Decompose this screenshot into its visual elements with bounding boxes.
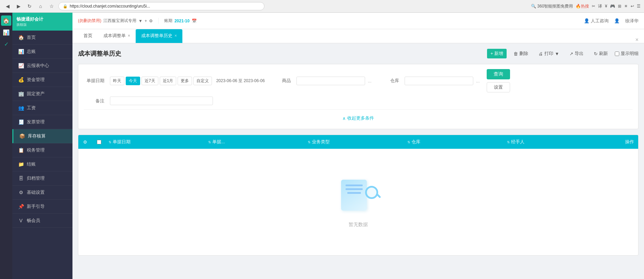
- address-bar[interactable]: 🔒 https://cloud.chanjet.com/accounting/u…: [58, 2, 264, 10]
- page-actions: + 新增 🗑 删除 🖨 打印 ▼ ↗ 导出 ↻: [487, 49, 639, 58]
- print-dropdown-icon[interactable]: ▼: [555, 51, 559, 56]
- table-checkbox-all[interactable]: [92, 140, 106, 144]
- sidebar-item-member[interactable]: V 畅会员: [12, 214, 72, 228]
- table-settings-icon[interactable]: ⚙: [78, 140, 92, 145]
- th-date-label: 单据日期: [113, 139, 131, 145]
- browser-tool-scissors[interactable]: ✂: [592, 4, 595, 9]
- date-btn-custom[interactable]: 自定义: [193, 77, 212, 85]
- date-btn-yesterday[interactable]: 昨天: [110, 77, 124, 85]
- doc-line-3: [347, 192, 361, 194]
- nav-logo-text: 畅捷通好会计: [16, 16, 43, 22]
- top-bar: (勿删勿禁用) 江西服宝测试专用 ▼ + ⚙ 账期 2021-10 📅 👤 人工…: [72, 13, 644, 29]
- collapse-button[interactable]: ∧ 收起更多条件: [340, 112, 377, 124]
- show-detail-checkbox[interactable]: [615, 52, 619, 56]
- browser-tool-grid[interactable]: ⊞: [618, 4, 621, 9]
- sidebar-item-inventory[interactable]: 📦 库存核算: [12, 129, 72, 143]
- add-company-btn[interactable]: +: [145, 19, 147, 23]
- goods-filter-label: 商品: [270, 78, 291, 84]
- browser-tool-translate[interactable]: 译: [598, 3, 602, 9]
- settings-button[interactable]: 设置: [487, 82, 510, 92]
- tab-cost-adjust[interactable]: 成本调整单 ×: [98, 29, 136, 43]
- th-handler-sort-icon: ⇅: [507, 140, 510, 144]
- table-container: ⚙ ⇅ 单据日期 ⇅ 单据... ⇅ 业务类型: [78, 135, 639, 256]
- period-info: 账期 2021-10 📅: [164, 18, 197, 24]
- tab-cost-adjust-history[interactable]: 成本调整单历史 ×: [136, 29, 182, 43]
- browser-tool-sun[interactable]: ☀: [624, 4, 628, 9]
- home-button[interactable]: ⌂: [36, 2, 45, 10]
- date-btn-1month[interactable]: 近1月: [160, 77, 177, 85]
- show-detail-checkbox-label[interactable]: 显示明细: [615, 51, 639, 57]
- sidebar-item-reports[interactable]: 📈 云报表中心: [12, 59, 72, 73]
- th-biz-type[interactable]: ⇅ 业务类型: [305, 139, 405, 145]
- sidebar-item-guide[interactable]: 📌 新手引导: [12, 200, 72, 214]
- filter-section: 单据日期 昨天 今天 近7天 近1月 更多 自定义 2023-06-06 至 2…: [78, 64, 639, 129]
- calendar-icon[interactable]: 📅: [192, 19, 197, 23]
- goods-filter-dots[interactable]: ...: [366, 78, 373, 83]
- icon-sidebar-item-3[interactable]: ✓: [1, 39, 11, 49]
- sidebar-item-archive[interactable]: 🗄 归档管理: [12, 171, 72, 186]
- nav-sidebar: 畅捷通好会计 旗舰版 🏠 首页 📊 总账 📈 云报表中心 💰 资金管理 🏢 固定…: [12, 13, 72, 279]
- period-label: 账期: [164, 18, 172, 24]
- browser-tool-hotsearch[interactable]: 🔥热搜: [576, 3, 589, 9]
- company-settings-icon[interactable]: ⚙: [149, 19, 153, 23]
- remark-filter-label: 备注: [84, 98, 104, 104]
- browser-tool-menu[interactable]: ☰: [637, 4, 641, 9]
- sidebar-item-fixed-assets[interactable]: 🏢 固定资产: [12, 87, 72, 101]
- bookmark-button[interactable]: ☆: [47, 2, 56, 10]
- browser-tool-game[interactable]: 🎮: [610, 4, 615, 9]
- delete-button[interactable]: 🗑 删除: [510, 49, 532, 58]
- doc-line-1: [346, 185, 363, 186]
- sidebar-item-tax[interactable]: 📋 税务管理: [12, 143, 72, 157]
- sidebar-item-settings[interactable]: ⚙ 基础设置: [12, 186, 72, 200]
- settings-icon: ⚙: [18, 190, 24, 195]
- query-button[interactable]: 查询: [487, 69, 510, 79]
- browser-tool-wallet[interactable]: ¥: [605, 4, 607, 9]
- th-warehouse[interactable]: ⇅ 仓库: [405, 139, 504, 145]
- close-all-tabs-btn[interactable]: ×: [635, 37, 639, 43]
- refresh-button[interactable]: ↻ 刷新: [590, 49, 611, 58]
- warehouse-filter-input[interactable]: [405, 77, 473, 85]
- sidebar-item-ledger[interactable]: 📊 总账: [12, 45, 72, 59]
- sidebar-item-invoice[interactable]: 🧾 发票管理: [12, 115, 72, 129]
- forward-button[interactable]: ▶: [14, 2, 23, 10]
- filter-date-row: 单据日期 昨天 今天 近7天 近1月 更多 自定义 2023-06-06 至 2…: [84, 69, 633, 92]
- print-button[interactable]: 🖨 打印 ▼: [535, 49, 563, 58]
- date-btn-7days[interactable]: 近7天: [142, 77, 158, 85]
- sidebar-item-payroll-label: 工资: [27, 105, 36, 111]
- icon-sidebar-item-active[interactable]: 🏠: [1, 15, 11, 26]
- date-btn-today[interactable]: 今天: [126, 77, 140, 85]
- th-warehouse-label: 仓库: [411, 139, 420, 145]
- tab-cost-adjust-history-close[interactable]: ×: [174, 33, 177, 38]
- browser-tool-undo[interactable]: ↩: [631, 4, 634, 9]
- date-btn-more[interactable]: 更多: [178, 77, 192, 85]
- company-dropdown-icon[interactable]: ▼: [138, 19, 143, 23]
- back-button[interactable]: ◀: [3, 2, 12, 10]
- nav-logo-sub: 旗舰版: [16, 22, 43, 27]
- th-date[interactable]: ⇅ 单据日期: [106, 139, 205, 145]
- sidebar-item-payroll[interactable]: 👥 工资: [12, 101, 72, 115]
- sidebar-item-home[interactable]: 🏠 首页: [12, 31, 72, 45]
- sidebar-item-closing[interactable]: 📁 结账: [12, 157, 72, 171]
- reload-button[interactable]: ↻: [25, 2, 34, 10]
- consult-btn[interactable]: 👤 人工咨询: [584, 18, 609, 24]
- ssl-lock-icon: 🔒: [63, 4, 68, 9]
- warehouse-filter-dots[interactable]: ...: [475, 78, 481, 83]
- home-icon: 🏠: [18, 35, 24, 40]
- empty-state: 暂无数据: [78, 149, 638, 255]
- tab-cost-adjust-close[interactable]: ×: [128, 33, 130, 38]
- member-icon: V: [18, 218, 24, 223]
- remark-filter-input[interactable]: [110, 97, 213, 105]
- export-button[interactable]: ↗ 导出: [566, 49, 587, 58]
- add-button[interactable]: + 新增: [487, 49, 507, 58]
- th-handler[interactable]: ⇅ 经手人: [504, 139, 604, 145]
- select-all-checkbox[interactable]: [97, 140, 101, 144]
- sidebar-item-funds[interactable]: 💰 资金管理: [12, 73, 72, 87]
- empty-text: 暂无数据: [349, 222, 368, 228]
- th-number[interactable]: ⇅ 单据...: [205, 139, 305, 145]
- icon-sidebar-item-2[interactable]: 📊: [1, 27, 11, 37]
- goods-filter-input[interactable]: [296, 77, 365, 85]
- sidebar-item-fixed-assets-label: 固定资产: [27, 91, 45, 97]
- settings-gear-icon: ⚙: [83, 140, 87, 145]
- tab-home[interactable]: 首页: [78, 29, 98, 43]
- browser-tool-search[interactable]: 🔍 360智能抠图免费用: [531, 3, 573, 9]
